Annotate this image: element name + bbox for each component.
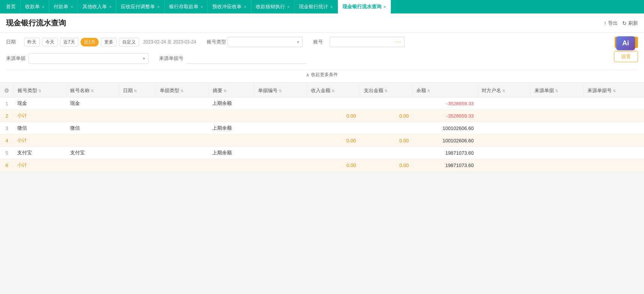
sort-source-doc-id-icon[interactable]: ⇅ [613,89,616,93]
cell-expense [360,147,413,159]
cell-date [119,134,156,147]
collapse-bar[interactable]: ∧ 收起更多条件 [6,70,638,79]
nav-bank-deposit[interactable]: 银行存取款单 × [165,0,208,13]
cell-counterparty [477,147,530,159]
source-doc-id-label: 来源单据号 [159,55,183,62]
ai-badge[interactable]: Ai [616,36,635,50]
cell-counterparty [477,110,530,122]
header-actions: ↑ 导出 ↻ 刷新 [604,20,638,27]
date-btn-7days[interactable]: 近7天 [60,38,78,46]
account-dots-icon[interactable]: ··· [395,39,401,45]
cell-doc-type [156,97,209,110]
date-btn-custom[interactable]: 自定义 [119,38,139,46]
cell-source-doc-id [583,110,644,122]
sort-doc-type-icon[interactable]: ⇅ [180,89,183,93]
source-doc-select[interactable]: ▾ [29,53,149,64]
nav-home[interactable]: 首页 [2,0,21,13]
col-expense: 支出金额⇅ [360,84,413,97]
sort-expense-icon[interactable]: ⇅ [384,89,387,93]
top-nav: 首页 收款单 × 付款单 × 其他收入单 × 应收应付调整单 × 银行存取款单 … [0,0,644,13]
cell-income: 0.00 [307,110,360,122]
cell-source-doc-id [583,159,644,172]
sort-income-icon[interactable]: ⇅ [332,89,335,93]
date-btn-today[interactable]: 今天 [42,38,58,46]
sort-account-name-icon[interactable]: ⇅ [91,89,94,93]
account-input[interactable]: ··· [330,37,405,47]
cell-source-doc [530,159,583,172]
row-num: 2 [0,110,14,122]
close-receipt-icon[interactable]: × [42,4,44,9]
settings-button[interactable]: 设置 [614,51,638,62]
col-doc-number: 单据编号⇅ [254,84,307,97]
sort-balance-icon[interactable]: ⇅ [427,89,430,93]
sort-counterparty-icon[interactable]: ⇅ [502,89,505,93]
col-settings[interactable]: ⚙ [0,84,14,97]
cell-balance: -3528659.33 [413,97,477,110]
cell-doc-number [254,147,307,159]
export-icon: ↑ [604,20,606,26]
refresh-button[interactable]: ↻ 刷新 [622,20,638,27]
page-header: 现金银行流水查询 ↑ 导出 ↻ 刷新 [0,13,644,33]
cell-account-type: 微信 [14,122,66,134]
filter-left: 日期 昨天 今天 近7天 近1月 更多 自定义 2023-02-24 至 202… [6,37,612,67]
filter-row-1: 日期 昨天 今天 近7天 近1月 更多 自定义 2023-02-24 至 202… [6,37,612,47]
cell-source-doc-id [583,134,644,147]
sort-summary-icon[interactable]: ⇅ [224,89,227,93]
cell-account-name [66,134,119,147]
cell-account-type: 小计 [14,159,66,172]
close-other-income-icon[interactable]: × [109,4,111,9]
cell-account-type: 小计 [14,134,66,147]
date-range-display: 2023-02-24 至 2023-03-24 [143,39,196,45]
nav-collection[interactable]: 收款核销执行 × [251,0,294,13]
cell-summary [209,159,254,172]
date-label: 日期 [6,39,21,45]
nav-payment[interactable]: 付款单 × [49,0,78,13]
source-doc-label: 来源单据 [6,55,26,62]
cell-summary: 上期余额 [209,147,254,159]
nav-cash-flow[interactable]: 现金银行流水查询 × [338,0,391,13]
close-collection-icon[interactable]: × [287,4,290,9]
cell-doc-type [156,159,209,172]
col-date: 日期⇅ [119,84,156,97]
close-adjustment-icon[interactable]: × [157,4,159,9]
table-settings-icon[interactable]: ⚙ [4,87,9,94]
nav-receipt[interactable]: 收款单 × [21,0,49,13]
nav-prepay[interactable]: 预收冲应收单 × [208,0,251,13]
cell-income [307,122,360,134]
cell-doc-number [254,134,307,147]
export-button[interactable]: ↑ 导出 [604,20,618,27]
nav-cash-stats[interactable]: 现金银行统计 × [294,0,338,13]
cell-expense [360,97,413,110]
account-type-filter: 账号类型 ▾ [207,37,303,47]
source-doc-id-input[interactable] [186,53,306,64]
close-bank-deposit-icon[interactable]: × [201,4,203,9]
close-cash-flow-icon[interactable]: × [384,4,386,9]
account-type-select[interactable]: ▾ [228,37,303,47]
col-account-type: 账号类型⇅ [14,84,66,97]
col-source-doc-id: 来源单据号⇅ [583,84,644,97]
cell-doc-number [254,110,307,122]
date-btn-more[interactable]: 更多 [101,38,117,46]
date-btn-1month[interactable]: 近1月 [81,38,99,46]
filter-top-row: 日期 昨天 今天 近7天 近1月 更多 自定义 2023-02-24 至 202… [6,37,638,67]
close-payment-icon[interactable]: × [71,4,73,9]
close-prepay-icon[interactable]: × [244,4,246,9]
sort-date-icon[interactable]: ⇅ [134,89,137,93]
sort-account-type-icon[interactable]: ⇅ [38,89,41,93]
filter-area: 日期 昨天 今天 近7天 近1月 更多 自定义 2023-02-24 至 202… [0,33,644,83]
row-num: 3 [0,122,14,134]
cell-income [307,97,360,110]
date-btn-yesterday[interactable]: 昨天 [24,38,40,46]
sort-doc-number-icon[interactable]: ⇅ [279,89,282,93]
col-income: 收入金额⇅ [307,84,360,97]
nav-adjustment[interactable]: 应收应付调整单 × [116,0,164,13]
account-label: 账号 [313,39,328,45]
close-cash-stats-icon[interactable]: × [330,4,333,9]
cell-doc-number [254,122,307,134]
nav-other-income[interactable]: 其他收入单 × [78,0,116,13]
cell-counterparty [477,122,530,134]
table-header-row: ⚙ 账号类型⇅ 账号名称⇅ 日期⇅ 单据类型⇅ 摘要⇅ 单据编号 [0,84,644,97]
sort-source-doc-icon[interactable]: ⇅ [555,89,558,93]
cell-income: 0.00 [307,159,360,172]
cell-source-doc [530,97,583,110]
